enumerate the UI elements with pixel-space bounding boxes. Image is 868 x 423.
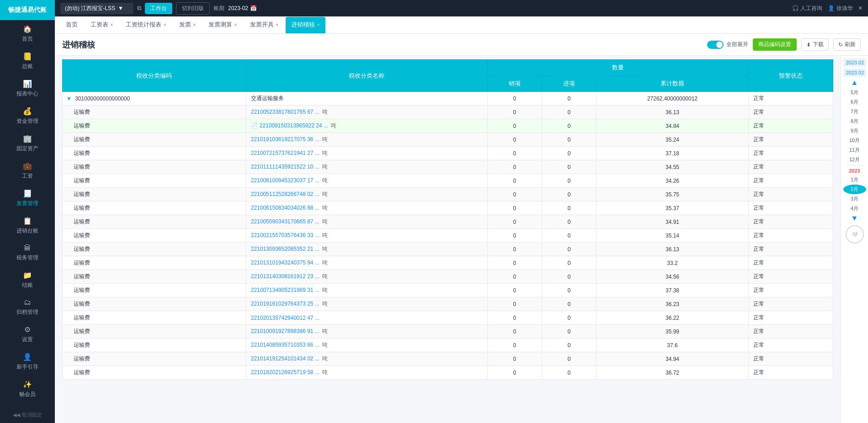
table-cell-code: 运输费 [63,338,246,352]
table-cell-status: 正常 [748,188,833,201]
month-apr[interactable]: 4月 [843,204,866,213]
table-cell-purchase: 0 [542,119,596,133]
tabbar: 首页 工资表 × 工资统计报表 × 发票 × 发票测算 × 发票开具 × 进销稽… [55,16,868,34]
month-aug[interactable]: 8月 [843,116,866,126]
table-cell-purchase: 0 [542,243,596,256]
topbar: (勿动) 江西报宝-LSS ▼ ⧉ 工作台 切到旧版 账期 2023-02 📅 … [55,0,868,16]
company-selector[interactable]: (勿动) 江西报宝-LSS ▼ [60,3,133,14]
month-may[interactable]: 5月 [843,88,866,97]
sidebar-item-reports[interactable]: 📊 报表中心 [0,75,55,102]
purchase-ledger-icon: 📋 [23,217,32,225]
table-cell-purchase: 0 [542,106,596,119]
download-button[interactable]: ⬇ 下载 [801,38,829,51]
product-code-settings-button[interactable]: 商品编码设置 [753,38,797,51]
funds-icon: 💰 [23,107,32,116]
table-cell-invoice: 221014191254101434 02 ...吨 [246,352,487,366]
close-button[interactable]: × [858,4,863,12]
divider [846,165,864,166]
sidebar-item-funds[interactable]: 💰 资金管理 [0,102,55,130]
copy-icon[interactable]: ⧉ [137,5,141,12]
table-cell-purchase: 0 [542,297,596,311]
table-cell-purchase: 0 [542,338,596,352]
table-cell-status: 正常 [748,270,833,284]
table-cell-invoice: 221010091927898386 91 ...吨 [246,325,487,338]
sidebar-item-home[interactable]: 🏠 首页 [0,20,55,48]
sidebar-item-ledger[interactable]: 📒 总账 [0,48,55,75]
tab-reconcile[interactable]: 进销稽核 × [286,17,325,33]
table-cell-invoice: 221006150834034026 88 ...吨 [246,201,487,215]
unpin-button[interactable]: ◀◀ 取消固定 [0,407,55,423]
table-cell-sales: 0 [487,119,542,133]
tab-close-reconcile[interactable]: × [317,22,320,27]
heart-icon[interactable]: 🤍 [846,225,864,243]
table-cell-purchase: 0 [542,92,596,106]
expand-toggle-label[interactable]: 全部展开 [707,41,748,49]
year-tag-2023b[interactable]: 2023.02 [843,69,866,77]
sidebar-item-guide[interactable]: 👤 新手引导 [0,348,55,375]
month-dec[interactable]: 12月 [843,155,866,164]
table-cell-purchase: 0 [542,188,596,201]
page-header: 进销稽核 全部展开 商品编码设置 ⬇ 下载 ↻ 刷新 [55,34,868,56]
table-cell-sales: 0 [487,160,542,174]
expand-toggle-switch[interactable] [707,41,724,49]
month-feb[interactable]: 2月 [843,185,866,194]
scroll-up-button[interactable]: ▲ [850,78,859,88]
tab-home[interactable]: 首页 [60,17,83,33]
sidebar-item-archive[interactable]: 🗂 归档管理 [0,294,55,321]
table-cell-status: 正常 [748,174,833,188]
year-tag-2023[interactable]: 2023.02 [843,58,866,67]
table-cell-status: 正常 [748,366,833,380]
home-icon: 🏠 [23,25,32,33]
tab-close-invoice-issue[interactable]: × [276,22,278,27]
tab-invoice[interactable]: 发票 × [174,17,201,33]
sidebar-item-settings[interactable]: ⚙ 设置 [0,321,55,348]
sidebar-item-settle[interactable]: 📁 结账 [0,266,55,294]
month-oct[interactable]: 10月 [843,136,866,145]
table-cell-purchase: 0 [542,133,596,147]
table-cell-purchase: 0 [542,256,596,270]
tab-close-invoice-calc[interactable]: × [234,22,237,27]
month-mar[interactable]: 3月 [843,194,866,204]
table-cell-sales: 0 [487,284,542,297]
table-cell-sales: 0 [487,366,542,380]
workspace-button[interactable]: 工作台 [145,3,172,14]
tab-close-salary[interactable]: × [110,22,113,27]
tab-invoice-calc[interactable]: 发票测算 × [203,17,242,33]
refresh-button[interactable]: ↻ 刷新 [833,38,861,51]
period-value[interactable]: 2023-02 📅 [228,5,257,11]
table-cell-status: 正常 [748,297,833,311]
month-jul[interactable]: 7月 [843,107,866,116]
sidebar-item-member[interactable]: ✨ 畅会员 [0,375,55,403]
tab-invoice-issue[interactable]: 发票开具 × [245,17,284,33]
table-cell-cumulative: 36.13 [596,243,749,256]
month-jun[interactable]: 6月 [843,97,866,107]
tab-salary[interactable]: 工资表 × [85,17,118,33]
tab-salary-stats[interactable]: 工资统计报表 × [120,17,171,33]
month-nov[interactable]: 11月 [843,145,866,155]
table-cell-cumulative: 37.18 [596,147,749,160]
month-jan[interactable]: 1月 [843,175,866,185]
table-cell-cumulative: 35.24 [596,133,749,147]
table-cell-sales: 0 [487,311,542,325]
month-sep[interactable]: 9月 [843,126,866,136]
user-avatar[interactable]: 👤 徐涤华 [828,5,852,12]
download-icon: ⬇ [806,42,811,48]
service-button[interactable]: 🎧 人工咨询 [792,5,822,12]
tax-icon: 🏛 [24,244,31,252]
tab-close-invoice[interactable]: × [193,22,196,27]
th-quantity: 数量 [487,60,748,76]
sidebar-item-invoice-mgmt[interactable]: 🧾 发票管理 [0,185,55,212]
sidebar-item-tax[interactable]: 🏛 税务管理 [0,239,55,266]
table-cell-sales: 0 [487,338,542,352]
table-cell-purchase: 0 [542,284,596,297]
scroll-down-button[interactable]: ▼ [850,213,859,223]
table-cell-code: 运输费 [63,188,246,201]
table-cell-cumulative: 34.91 [596,215,749,229]
sidebar-item-purchase-ledger[interactable]: 📋 进销台账 [0,212,55,239]
collapse-icon[interactable]: ▼ [66,95,72,102]
sidebar-item-salary[interactable]: 💼 工资 [0,157,55,185]
switch-version-button[interactable]: 切到旧版 [176,2,210,15]
tab-close-salary-stats[interactable]: × [163,22,166,27]
th-sales: 销项 [487,76,542,92]
sidebar-item-assets[interactable]: 🏢 固定资产 [0,130,55,157]
